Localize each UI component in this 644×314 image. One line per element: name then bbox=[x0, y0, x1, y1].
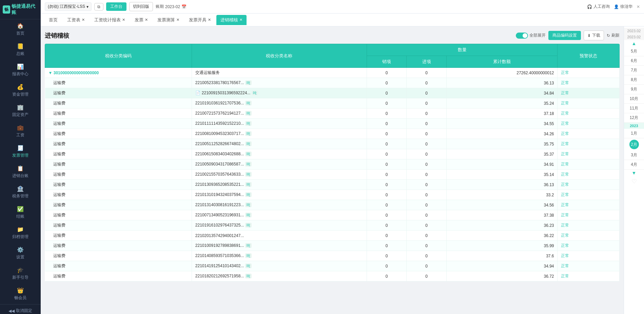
sidebar-item-settings[interactable]: ⚙️ 设置 bbox=[0, 243, 41, 263]
tab-reconcile-close[interactable]: ✕ bbox=[239, 18, 242, 22]
right-panel-month-4[interactable]: 4月 bbox=[624, 160, 644, 170]
row-status: 正常 bbox=[558, 119, 620, 129]
tab-salary-report[interactable]: 工资统计报表 ✕ bbox=[90, 15, 129, 25]
sidebar-item-member[interactable]: 👑 畅会员 bbox=[0, 284, 41, 304]
product-code-settings-button[interactable]: 商品编码设置 bbox=[548, 31, 581, 40]
th-cumulative: 累计数额 bbox=[446, 56, 558, 68]
sidebar-footer-unpin[interactable]: ◀◀ 取消固定 bbox=[0, 304, 41, 314]
row-cumulative: 35.37 bbox=[446, 149, 558, 159]
row-cumulative: 35.75 bbox=[446, 139, 558, 149]
row-tax-code: 221005233817801765​67...吨 bbox=[192, 78, 367, 88]
row-tax-code: 221013093652085352​21...吨 bbox=[192, 180, 367, 190]
expand-toggle[interactable] bbox=[516, 33, 528, 39]
row-sale: 0 bbox=[367, 78, 406, 88]
download-button[interactable]: ⬇ 下载 bbox=[584, 31, 604, 40]
report-icon: 📊 bbox=[17, 63, 24, 70]
company-selector[interactable]: (勿动) 江西报宝-LSS ▾ bbox=[45, 2, 92, 11]
row-purchase: 0 bbox=[407, 139, 446, 149]
tab-salary-table[interactable]: 工资表 ✕ bbox=[63, 15, 89, 25]
right-panel-month-5[interactable]: 5月 bbox=[624, 47, 644, 56]
workspace-button[interactable]: 工作台 bbox=[106, 2, 126, 11]
right-panel-nav-down[interactable]: ▼ bbox=[624, 170, 644, 176]
period-display: 账期 2023-02 📅 bbox=[156, 4, 187, 9]
row-purchase: 0 bbox=[407, 241, 446, 251]
right-panel-month-12[interactable]: 12月 bbox=[624, 113, 644, 123]
right-panel-month-6[interactable]: 6月 bbox=[624, 56, 644, 66]
sidebar-item-purchase[interactable]: 📋 进销台账 bbox=[0, 162, 41, 182]
row-cumulative: 36.13 bbox=[446, 78, 558, 88]
sidebar: 畅 畅捷通易代账 🏠 首页 📒 总账 📊 报表中心 💰 资金管理 🏢 固定资产 … bbox=[0, 0, 41, 314]
right-panel-nav-up[interactable]: ▲ bbox=[624, 40, 644, 47]
topbar-close-button[interactable]: ✕ bbox=[637, 4, 640, 9]
sidebar-item-capital[interactable]: 💰 资金管理 bbox=[0, 80, 41, 101]
group-purchase: 0 bbox=[407, 68, 446, 78]
sidebar-item-tax[interactable]: 🏦 税务管理 bbox=[0, 182, 41, 202]
app-name: 畅捷通易代账 bbox=[12, 3, 38, 16]
sidebar-item-archive[interactable]: 📁 归档管理 bbox=[0, 223, 41, 243]
right-panel-month-2-active[interactable]: 2月 bbox=[629, 140, 639, 149]
sidebar-item-ledger[interactable]: 📒 总账 bbox=[0, 40, 41, 60]
sidebar-item-guide[interactable]: 🎓 新手引导 bbox=[0, 263, 41, 284]
row-status: 正常 bbox=[558, 88, 620, 98]
collapse-icon[interactable]: ▼ 30100000000000000000 bbox=[48, 71, 99, 75]
row-status: 正常 bbox=[558, 200, 620, 210]
row-tax-code: 221010091927898386​91...吨 bbox=[192, 241, 367, 251]
expand-toggle-area[interactable]: 全部展开 bbox=[516, 33, 546, 39]
main-panel: 进销稽核 全部展开 商品编码设置 ⬇ 下载 ↻ 刷新 bbox=[41, 26, 624, 314]
right-panel-month-10[interactable]: 10月 bbox=[624, 94, 644, 104]
tab-salary-table-close[interactable]: ✕ bbox=[82, 18, 85, 22]
row-status: 正常 bbox=[558, 261, 620, 271]
panel-header: 进销稽核 全部展开 商品编码设置 ⬇ 下载 ↻ 刷新 bbox=[45, 31, 620, 40]
right-panel-month-9[interactable]: 9月 bbox=[624, 85, 644, 94]
right-panel-month-8[interactable]: 8月 bbox=[624, 75, 644, 85]
right-panel-month-3[interactable]: 3月 bbox=[624, 151, 644, 160]
row-status: 正常 bbox=[558, 231, 620, 241]
right-panel-year-1: 2023.02 bbox=[624, 28, 644, 34]
tab-home[interactable]: 首页 bbox=[45, 15, 62, 25]
tab-salary-report-close[interactable]: ✕ bbox=[122, 18, 125, 22]
sidebar-item-settle[interactable]: ✅ 结账 bbox=[0, 202, 41, 223]
sidebar-item-report[interactable]: 📊 报表中心 bbox=[0, 60, 41, 80]
row-status: 正常 bbox=[558, 170, 620, 180]
tab-invoice[interactable]: 发票 ✕ bbox=[131, 15, 152, 25]
nav-up-button[interactable]: ▲ bbox=[632, 41, 637, 46]
logo-icon: 畅 bbox=[3, 5, 10, 14]
sidebar-item-salary[interactable]: 💼 工资 bbox=[0, 121, 41, 141]
unpin-icon: ◀◀ bbox=[8, 309, 15, 313]
sidebar-item-invoice[interactable]: 🧾 发票管理 bbox=[0, 141, 41, 162]
tab-reconcile[interactable]: 进销稽核 ✕ bbox=[216, 15, 247, 25]
refresh-icon: ↻ bbox=[607, 33, 610, 38]
row-purchase: 0 bbox=[407, 190, 446, 200]
tab-invoice-calc-close[interactable]: ✕ bbox=[176, 18, 179, 22]
row-tax-code: 221014191254101434​02...吨 bbox=[192, 261, 367, 271]
copy-button[interactable]: ⧉ bbox=[94, 3, 103, 11]
asset-icon: 🏢 bbox=[17, 104, 24, 111]
period-calendar-icon[interactable]: 📅 bbox=[181, 4, 187, 9]
sidebar-item-label: 税务管理 bbox=[12, 193, 28, 199]
user-area[interactable]: 👤 徐涟华 bbox=[614, 4, 632, 9]
right-panel-month-1[interactable]: 1月 bbox=[624, 129, 644, 138]
row-tax-code: 221005112528266748​02...吨 bbox=[192, 139, 367, 149]
row-cumulative: 36.13 bbox=[446, 180, 558, 190]
group-sale: 0 bbox=[367, 68, 406, 78]
tab-bar: 首页 工资表 ✕ 工资统计报表 ✕ 发票 ✕ 发票测算 ✕ 发票开具 ✕ 进销稽… bbox=[41, 14, 644, 26]
row-tax-code: 📄221009150313965922​24...吨 bbox=[192, 88, 367, 98]
tab-invoice-open[interactable]: 发票开具 ✕ bbox=[185, 15, 215, 25]
support-label: 人工咨询 bbox=[593, 4, 610, 9]
tab-invoice-calc[interactable]: 发票测算 ✕ bbox=[153, 15, 183, 25]
refresh-button[interactable]: ↻ 刷新 bbox=[607, 33, 620, 38]
right-panel-month-11[interactable]: 11月 bbox=[624, 104, 644, 113]
back-button[interactable]: 切到旧版 bbox=[129, 2, 153, 11]
sidebar-item-asset[interactable]: 🏢 固定资产 bbox=[0, 101, 41, 121]
support-button[interactable]: 🎧 人工咨询 bbox=[587, 4, 610, 9]
download-label: 下载 bbox=[592, 33, 600, 38]
unit-tag: 吨 bbox=[245, 152, 252, 156]
period-value: 2023-02 bbox=[165, 4, 180, 9]
tab-invoice-open-close[interactable]: ✕ bbox=[208, 18, 211, 22]
settings-icon: ⚙️ bbox=[17, 247, 24, 253]
sidebar-item-home[interactable]: 🏠 首页 bbox=[0, 19, 41, 40]
right-panel-month-7[interactable]: 7月 bbox=[624, 66, 644, 75]
tab-invoice-close[interactable]: ✕ bbox=[145, 18, 148, 22]
row-sale: 0 bbox=[367, 149, 406, 159]
nav-down-button[interactable]: ▼ bbox=[632, 170, 637, 176]
